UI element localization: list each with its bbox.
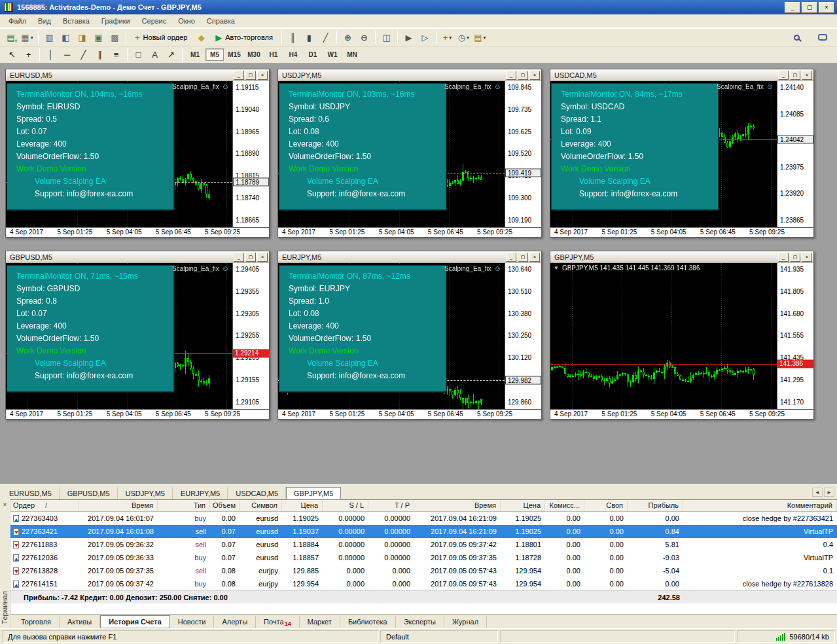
chart-shift-icon[interactable]: ▷ — [418, 30, 433, 45]
crosshair-icon[interactable]: + — [21, 48, 36, 62]
column-header-sl[interactable]: S / L — [323, 500, 368, 511]
column-header-symbol[interactable]: Символ — [240, 500, 282, 511]
column-header-commission[interactable]: Комисс... — [545, 500, 584, 511]
history-row[interactable]: 2276141512017.09.05 09:37:42buy0.08eurjp… — [10, 577, 837, 590]
column-header-tp[interactable]: T / P — [368, 500, 414, 511]
menu-item-2[interactable]: Вставка — [57, 15, 96, 27]
line-chart-icon[interactable]: ╱ — [318, 30, 333, 45]
cursor-icon[interactable]: ↖ — [5, 48, 20, 62]
terminal-tab-8[interactable]: Эксперты — [396, 616, 444, 628]
chart-minimize-button[interactable]: _ — [234, 253, 244, 262]
bar-chart-icon[interactable]: ║ — [285, 30, 300, 45]
chart-minimize-button[interactable]: _ — [778, 71, 789, 80]
terminal-tab-6[interactable]: Маркет — [300, 616, 340, 628]
column-header-type[interactable]: Тип — [158, 500, 210, 511]
chart-restore-button[interactable]: ▢ — [245, 71, 256, 80]
new-chart-icon[interactable]: ▤+ — [3, 30, 18, 45]
collapse-icon[interactable]: ▼ — [554, 265, 559, 271]
column-header-profit[interactable]: Прибыль — [628, 500, 683, 511]
timeframe-m30[interactable]: M30 — [245, 48, 263, 61]
menu-item-3[interactable]: Графики — [96, 15, 136, 27]
timeframe-w1[interactable]: W1 — [323, 48, 342, 61]
terminal-tab-4[interactable]: Алерты — [214, 616, 256, 628]
column-header-time2[interactable]: Время — [414, 500, 501, 511]
chart-minimize-button[interactable]: _ — [778, 253, 789, 262]
chart-tab-5[interactable]: GBPJPY,M5 — [286, 487, 341, 499]
shapes-icon[interactable]: □ — [131, 48, 146, 62]
vertical-line-icon[interactable]: │ — [43, 48, 58, 62]
fibonacci-icon[interactable]: ≡ — [109, 48, 124, 62]
chart-plot[interactable]: ▼GBPJPY,M5 141.435 141.445 141.369 141.3… — [550, 263, 777, 409]
tile-windows-icon[interactable]: ◫ — [379, 30, 394, 45]
terminal-tab-5[interactable]: Почта14 — [256, 616, 300, 628]
chart-tab-2[interactable]: USDJPY,M5 — [118, 487, 173, 499]
chart-minimize-button[interactable]: _ — [506, 71, 516, 80]
chart-tab-0[interactable]: EURUSD,M5 — [1, 487, 60, 499]
terminal-close-button[interactable]: × — [1, 501, 9, 509]
chart-tab-4[interactable]: USDCAD,M5 — [228, 487, 286, 499]
column-header-swap[interactable]: Своп — [584, 500, 628, 511]
history-row[interactable]: 2276138282017.09.05 09:37:35sell0.08eurj… — [10, 564, 837, 577]
terminal-tab-1[interactable]: Активы — [60, 616, 100, 628]
timeframe-m15[interactable]: M15 — [225, 48, 243, 61]
search-button[interactable] — [789, 30, 804, 45]
chart-minimize-button[interactable]: _ — [234, 71, 244, 80]
history-row[interactable]: 2273634032017.09.04 16:01:07buy0.00eurus… — [10, 512, 837, 525]
restore-button[interactable]: ▢ — [802, 2, 817, 13]
chart-restore-button[interactable]: ▢ — [518, 71, 528, 80]
chart-close-button[interactable]: × — [257, 253, 268, 262]
chart-title-bar[interactable]: GBPUSD,M5_▢× — [6, 251, 269, 263]
chart-restore-button[interactable]: ▢ — [518, 253, 528, 262]
timeframe-d1[interactable]: D1 — [304, 48, 322, 61]
status-profile[interactable]: Default — [380, 630, 498, 643]
market-watch-icon[interactable]: ▥ — [42, 30, 57, 45]
navigator-icon[interactable]: ◨ — [75, 30, 90, 45]
timeframe-h1[interactable]: H1 — [264, 48, 283, 61]
text-icon[interactable]: A — [147, 48, 162, 62]
chart-restore-button[interactable]: ▢ — [790, 253, 800, 262]
chart-plot[interactable]: Scalping_Ea_fix☺TerminalMonitor ON, 71ms… — [6, 263, 232, 409]
column-header-price[interactable]: Цена — [282, 500, 323, 511]
chart-title-bar[interactable]: EURJPY,M5_▢× — [278, 251, 541, 263]
timeframe-h4[interactable]: H4 — [284, 48, 302, 61]
chart-restore-button[interactable]: ▢ — [245, 253, 256, 262]
auto-trading-button[interactable]: ▶Авто-торговля — [210, 30, 278, 45]
chart-plot[interactable]: Scalping_Ea_fix☺TerminalMonitor ON, 84ms… — [550, 81, 777, 227]
chart-close-button[interactable]: × — [257, 71, 268, 80]
close-button[interactable]: × — [819, 2, 834, 13]
chart-close-button[interactable]: × — [529, 253, 540, 262]
column-header-time[interactable]: Время — [79, 500, 158, 511]
terminal-toggle-icon[interactable]: ▣ — [91, 30, 106, 45]
timeframe-m1[interactable]: M1 — [186, 48, 204, 61]
chart-plot[interactable]: Scalping_Ea_fix☺TerminalMonitor ON, 87ms… — [278, 263, 505, 409]
chart-close-button[interactable]: × — [802, 71, 812, 80]
terminal-tab-9[interactable]: Журнал — [444, 616, 487, 628]
data-window-icon[interactable]: ◧ — [58, 30, 73, 45]
tab-scroll-left-icon[interactable]: ◄ — [812, 488, 823, 497]
timeframe-mn[interactable]: MN — [343, 48, 361, 61]
channel-icon[interactable]: ∥ — [92, 48, 107, 62]
chart-minimize-button[interactable]: _ — [506, 253, 516, 262]
menu-item-1[interactable]: Вид — [32, 15, 57, 27]
timeframe-m5[interactable]: M5 — [205, 48, 224, 61]
terminal-tab-0[interactable]: Торговля — [13, 616, 60, 628]
zoom-in-icon[interactable]: ⊕ — [340, 30, 355, 45]
menu-item-4[interactable]: Сервис — [136, 15, 173, 27]
history-row[interactable]: 2276118832017.09.05 09:36:32sell0.07euru… — [10, 538, 837, 551]
menu-item-6[interactable]: Справка — [201, 15, 241, 27]
terminal-tab-2[interactable]: История Счета — [100, 615, 170, 628]
chart-plot[interactable]: Scalping_Ea_fix☺TerminalMonitor ON, 104m… — [6, 81, 232, 227]
history-row[interactable]: 2273634212017.09.04 16:01:08sell0.07euru… — [10, 525, 837, 538]
chat-button[interactable] — [815, 30, 830, 45]
minimize-button[interactable]: _ — [785, 2, 800, 13]
chart-title-bar[interactable]: USDJPY,M5_▢× — [278, 69, 541, 81]
candlestick-chart-icon[interactable]: ▮ — [302, 30, 317, 45]
chart-title-bar[interactable]: EURUSD,M5_▢× — [6, 69, 269, 81]
column-header-volume[interactable]: Объем — [210, 500, 240, 511]
zoom-out-icon[interactable]: ⊖ — [357, 30, 372, 45]
chart-close-button[interactable]: × — [802, 253, 812, 262]
chart-restore-button[interactable]: ▢ — [790, 71, 800, 80]
history-row[interactable]: 2276120362017.09.05 09:36:33buy0.07eurus… — [10, 551, 837, 564]
chart-title-bar[interactable]: GBPJPY,M5_▢× — [550, 251, 813, 263]
menu-item-0[interactable]: Файл — [3, 15, 32, 27]
